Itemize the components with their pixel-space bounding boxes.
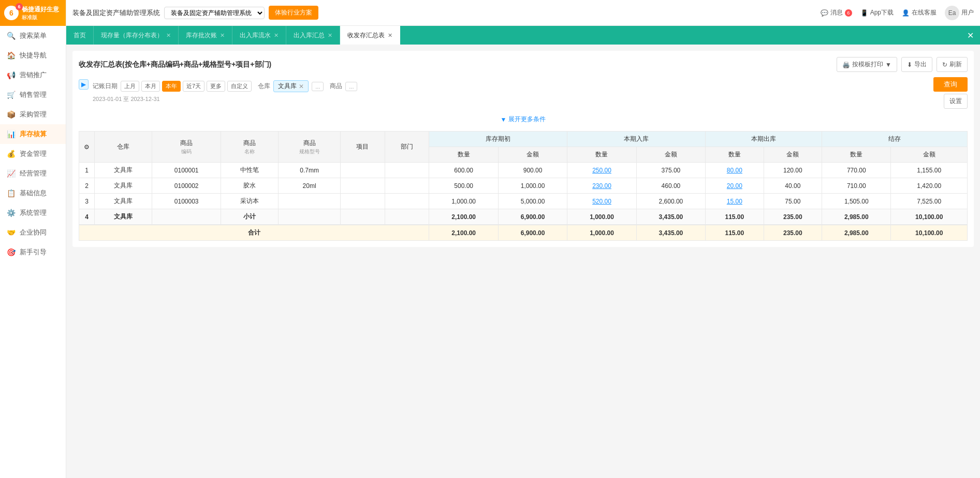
online-service-label: 在线客服 [912,8,937,17]
row-in-qty[interactable]: 230.00 [567,178,636,194]
home-icon: 🏠 [6,51,16,60]
sidebar-item-operations[interactable]: 📈 经营管理 [0,164,66,183]
sidebar-item-quick-nav[interactable]: 🏠 快捷导航 [0,46,66,65]
in-amt-header: 金额 [636,147,705,163]
tab-close-icon[interactable]: ✕ [328,32,332,39]
table-body: 1 文具库 0100001 中性笔 0.7mm 600.00 900.00 25… [79,163,968,225]
refresh-btn[interactable]: ↻ 刷新 [937,57,968,72]
sidebar-item-inventory[interactable]: 📊 库存核算 [0,124,66,144]
sidebar-item-basic[interactable]: 📋 基础信息 [0,183,66,203]
expand-conditions-btn[interactable]: ▼ 展开更多条件 [501,113,546,126]
sidebar-item-newbie[interactable]: 🎯 新手引导 [0,242,66,262]
user-btn[interactable]: Ea 用户 [945,6,974,20]
row-code: 0100001 [152,163,221,178]
row-out-qty[interactable]: 15.00 [706,194,764,209]
row-out-amt: 235.00 [764,209,822,225]
row-num: 3 [79,194,95,209]
export-btn[interactable]: ⬇ 导出 [901,57,932,72]
filter-expand-btn[interactable]: ▶ [79,79,89,90]
sidebar-item-system[interactable]: ⚙️ 系统管理 [0,203,66,223]
export-icon: ⬇ [907,61,912,68]
department-col-header: 部门 [385,132,429,163]
sidebar-item-marketing[interactable]: 📢 营销推广 [0,65,66,85]
sidebar-nav: 🔍 搜索菜单 🏠 快捷导航 📢 营销推广 🛒 销售管理 📦 采购管理 📊 库存核… [0,26,66,478]
tab-home[interactable]: 首页 [66,26,94,45]
messages-btn[interactable]: 💬 消息 6 [821,8,852,17]
row-in-qty[interactable]: 520.00 [567,194,636,209]
avatar: Ea [945,6,959,20]
date-btn-last-month[interactable]: 上月 [121,81,139,92]
tab-label: 出入库汇总 [294,31,325,40]
warehouse-tag[interactable]: 文具库 ✕ [273,80,309,92]
sidebar-item-label: 资金管理 [20,149,47,158]
purchase-icon: 📦 [6,110,16,119]
online-service-btn[interactable]: 👤 在线客服 [902,8,937,17]
period-out-header: 本期出库 [706,132,822,147]
row-spec [279,194,340,209]
sidebar-item-search[interactable]: 🔍 搜索菜单 [0,26,66,46]
refresh-icon: ↻ [942,61,947,68]
row-name: 采访本 [221,194,279,209]
close-qty-header: 数量 [822,147,891,163]
chevron-down-icon: ▼ [501,116,507,123]
trial-btn[interactable]: 体验行业方案 [269,6,318,20]
row-out-qty[interactable]: 20.00 [706,178,764,194]
tab-close-icon[interactable]: ✕ [274,32,279,39]
tab-batch[interactable]: 库存批次账 ✕ [179,26,232,45]
warehouse-tag-close-icon[interactable]: ✕ [299,83,304,90]
row-dept [385,163,429,178]
row-project [340,178,385,194]
sidebar-item-sales[interactable]: 🛒 销售管理 [0,85,66,105]
settings-btn[interactable]: 设置 [944,94,968,109]
date-btn-this-year[interactable]: 本年 [162,81,181,92]
sidebar-item-finance[interactable]: 💰 资金管理 [0,144,66,164]
sidebar-item-label: 系统管理 [20,208,47,218]
sidebar: 6 畅捷通好生意 标准版 6 🔍 搜索菜单 🏠 快捷导航 📢 营销推广 🛒 销售… [0,0,66,478]
tab-inventory-dist[interactable]: 现存量（库存分布表） ✕ [94,26,179,45]
date-btn-more[interactable]: 更多 [207,81,225,92]
date-btn-7days[interactable]: 近7天 [183,81,204,92]
tab-close-active-icon[interactable]: ✕ [388,32,392,39]
date-btn-custom[interactable]: 自定义 [227,81,252,92]
system-select[interactable]: 装备及固定资产辅助管理系统 [164,7,265,19]
row-close-qty: 1,505.00 [822,194,891,209]
top-right-actions: 🖨️ 按模板打印 ▼ ⬇ 导出 ↻ 刷新 [837,57,968,72]
sidebar-item-collab[interactable]: 🤝 企业协同 [0,223,66,242]
row-spec [279,209,340,225]
goods-more-btn[interactable]: ... [345,82,357,91]
goods-code-col-header: 商品编码 [152,132,221,163]
tab-receive-dispatch[interactable]: 收发存汇总表 ✕ [340,26,400,45]
goods-filter-group: 商品 ... [330,82,357,91]
sidebar-item-purchase[interactable]: 📦 采购管理 [0,105,66,124]
query-btn[interactable]: 查询 [933,77,968,92]
row-close-amt: 7,525.00 [891,194,968,209]
tab-bar-close-btn[interactable]: ✕ [961,31,980,40]
date-shortcuts: 上月 本月 本年 近7天 更多 自定义 [121,81,252,92]
tab-close-icon[interactable]: ✕ [166,32,171,39]
system-name: 装备及固定资产辅助管理系统 [72,8,160,18]
sidebar-item-label: 库存核算 [20,129,47,139]
tab-flow[interactable]: 出入库流水 ✕ [232,26,286,45]
row-project [340,209,385,225]
service-icon: 👤 [902,9,910,17]
table-row: 2 文具库 0100002 胶水 20ml 500.00 1,000.00 23… [79,178,968,194]
total-in-qty: 1,000.00 [567,225,636,241]
sidebar-item-label: 营销推广 [20,70,47,80]
open-amt-header: 金额 [498,147,567,163]
row-open-amt: 1,000.00 [498,178,567,194]
tab-summary-in-out[interactable]: 出入库汇总 ✕ [286,26,340,45]
app-download-btn[interactable]: 📱 App下载 [860,8,894,17]
warehouse-col-header: 仓库 [95,132,152,163]
tab-close-icon[interactable]: ✕ [220,32,225,39]
row-in-amt: 2,600.00 [636,194,705,209]
row-out-qty[interactable]: 80.00 [706,163,764,178]
row-name: 小计 [221,209,279,225]
row-in-qty[interactable]: 250.00 [567,163,636,178]
row-out-amt: 40.00 [764,178,822,194]
filter-row: 记账日期 上月 本月 本年 近7天 更多 自定义 仓库 [93,77,929,95]
row-num: 1 [79,163,95,178]
sidebar-item-label: 新手引导 [20,248,47,257]
date-btn-this-month[interactable]: 本月 [141,81,160,92]
print-btn[interactable]: 🖨️ 按模板打印 ▼ [837,57,897,72]
warehouse-more-btn[interactable]: ... [312,82,324,91]
